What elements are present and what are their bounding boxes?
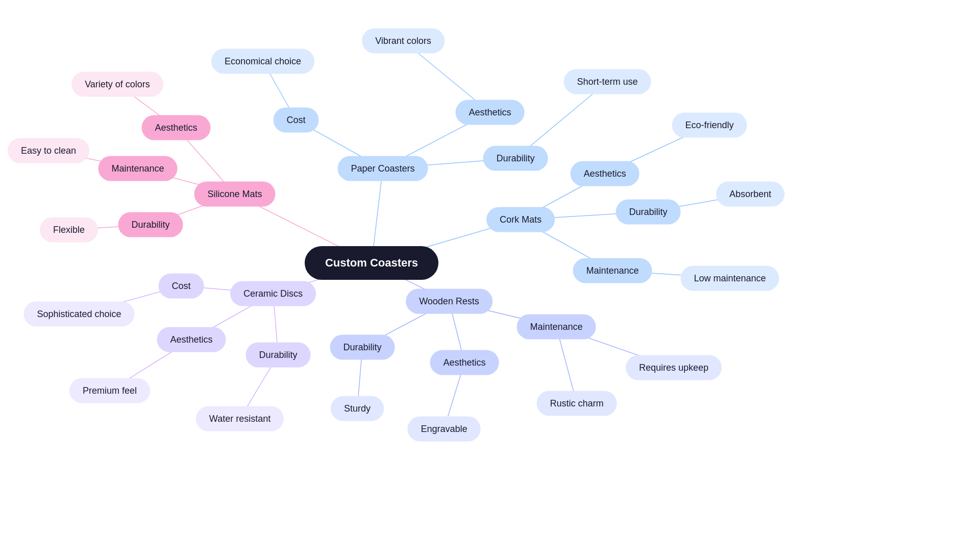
node-absorbent[interactable]: Absorbent bbox=[716, 182, 785, 207]
node-aesthetics_silicone[interactable]: Aesthetics bbox=[141, 115, 210, 140]
node-variety_colors[interactable]: Variety of colors bbox=[71, 72, 163, 97]
node-cost_paper[interactable]: Cost bbox=[273, 108, 318, 133]
node-durability_cork[interactable]: Durability bbox=[616, 200, 680, 225]
node-maintenance_silicone[interactable]: Maintenance bbox=[98, 156, 177, 181]
node-engravable[interactable]: Engravable bbox=[407, 417, 480, 442]
mindmap-container: Custom CoastersSilicone MatsAestheticsVa… bbox=[0, 0, 980, 553]
node-rustic_charm[interactable]: Rustic charm bbox=[536, 391, 617, 416]
node-ceramic[interactable]: Ceramic Discs bbox=[230, 281, 316, 306]
node-center[interactable]: Custom Coasters bbox=[305, 246, 438, 280]
node-short_term[interactable]: Short-term use bbox=[564, 69, 651, 94]
node-water_resistant[interactable]: Water resistant bbox=[196, 406, 284, 431]
node-maintenance_cork[interactable]: Maintenance bbox=[573, 258, 652, 283]
node-eco_friendly[interactable]: Eco-friendly bbox=[672, 113, 747, 138]
node-flexible[interactable]: Flexible bbox=[40, 218, 98, 243]
node-paper[interactable]: Paper Coasters bbox=[337, 156, 428, 181]
node-sturdy[interactable]: Sturdy bbox=[331, 396, 384, 421]
node-vibrant_colors[interactable]: Vibrant colors bbox=[362, 29, 445, 54]
node-durability_wooden[interactable]: Durability bbox=[330, 335, 395, 360]
node-durability_silicone[interactable]: Durability bbox=[118, 212, 183, 237]
node-silicone[interactable]: Silicone Mats bbox=[194, 182, 275, 207]
node-durability_paper[interactable]: Durability bbox=[483, 146, 548, 171]
node-wooden[interactable]: Wooden Rests bbox=[406, 289, 493, 314]
node-aesthetics_paper[interactable]: Aesthetics bbox=[455, 100, 524, 125]
node-maintenance_wooden[interactable]: Maintenance bbox=[517, 315, 596, 340]
node-premium_feel[interactable]: Premium feel bbox=[69, 378, 150, 403]
node-aesthetics_ceramic[interactable]: Aesthetics bbox=[157, 327, 226, 352]
node-durability_ceramic[interactable]: Durability bbox=[246, 343, 310, 368]
node-aesthetics_cork[interactable]: Aesthetics bbox=[570, 161, 639, 186]
node-low_maintenance[interactable]: Low maintenance bbox=[680, 266, 779, 291]
node-economical[interactable]: Economical choice bbox=[211, 49, 314, 74]
node-requires_upkeep[interactable]: Requires upkeep bbox=[626, 355, 722, 380]
node-aesthetics_wooden[interactable]: Aesthetics bbox=[430, 350, 499, 375]
node-easy_clean[interactable]: Easy to clean bbox=[8, 138, 89, 163]
node-cork[interactable]: Cork Mats bbox=[486, 207, 555, 232]
node-cost_ceramic[interactable]: Cost bbox=[158, 274, 204, 299]
node-sophisticated[interactable]: Sophisticated choice bbox=[23, 302, 134, 327]
